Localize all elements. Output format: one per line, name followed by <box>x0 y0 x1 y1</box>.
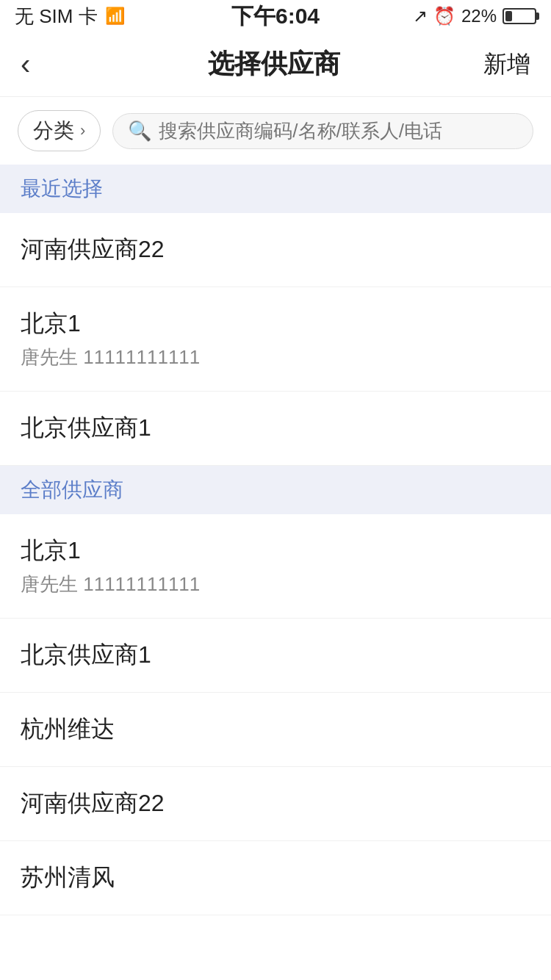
list-item[interactable]: 北京1唐先生 11111111111 <box>0 287 551 392</box>
item-name: 北京供应商1 <box>21 639 530 671</box>
list-item[interactable]: 北京供应商1 <box>0 392 551 466</box>
page-title: 选择供应商 <box>208 46 340 82</box>
item-name: 河南供应商22 <box>21 788 530 820</box>
nav-bar: ‹ 选择供应商 新增 <box>0 32 551 97</box>
category-label: 分类 <box>33 117 74 145</box>
list-item[interactable]: 河南供应商22 <box>0 213 551 287</box>
alarm-icon: ⏰ <box>433 6 455 26</box>
item-name: 河南供应商22 <box>21 234 530 266</box>
list-item[interactable]: 苏州清风 <box>0 841 551 915</box>
recent-section-header: 最近选择 <box>0 165 551 213</box>
item-name: 北京1 <box>21 535 530 567</box>
add-button[interactable]: 新增 <box>483 48 530 81</box>
battery-icon <box>503 8 536 24</box>
item-name: 北京1 <box>21 308 530 340</box>
chevron-down-icon: › <box>80 121 85 140</box>
list-item[interactable]: 河南供应商22 <box>0 767 551 841</box>
list-item[interactable]: 北京1唐先生 11111111111 <box>0 514 551 619</box>
item-sub: 唐先生 11111111111 <box>21 345 530 370</box>
status-right: ↗ ⏰ 22% <box>413 6 536 26</box>
item-sub: 唐先生 11111111111 <box>21 572 530 597</box>
status-time: 下午6:04 <box>231 1 320 32</box>
sim-status: 无 SIM 卡 <box>15 4 98 29</box>
status-bar: 无 SIM 卡 📶 下午6:04 ↗ ⏰ 22% <box>0 0 551 32</box>
all-list: 北京1唐先生 11111111111北京供应商1杭州维达河南供应商22苏州清风 <box>0 514 551 915</box>
item-name: 杭州维达 <box>21 713 530 746</box>
search-input[interactable] <box>159 120 518 143</box>
item-name: 北京供应商1 <box>21 412 530 444</box>
list-item[interactable]: 杭州维达 <box>0 693 551 767</box>
recent-list: 河南供应商22北京1唐先生 11111111111北京供应商1 <box>0 213 551 466</box>
filter-bar: 分类 › 🔍 <box>0 97 551 165</box>
back-button[interactable]: ‹ <box>21 48 65 81</box>
status-left: 无 SIM 卡 📶 <box>15 4 125 29</box>
battery-percent: 22% <box>461 6 497 26</box>
category-filter[interactable]: 分类 › <box>18 110 101 151</box>
wifi-icon: 📶 <box>105 7 125 26</box>
list-item[interactable]: 北京供应商1 <box>0 619 551 693</box>
item-name: 苏州清风 <box>21 862 530 894</box>
search-box[interactable]: 🔍 <box>112 113 533 149</box>
all-section-header: 全部供应商 <box>0 466 551 514</box>
search-icon: 🔍 <box>128 120 151 143</box>
location-icon: ↗ <box>413 6 428 26</box>
